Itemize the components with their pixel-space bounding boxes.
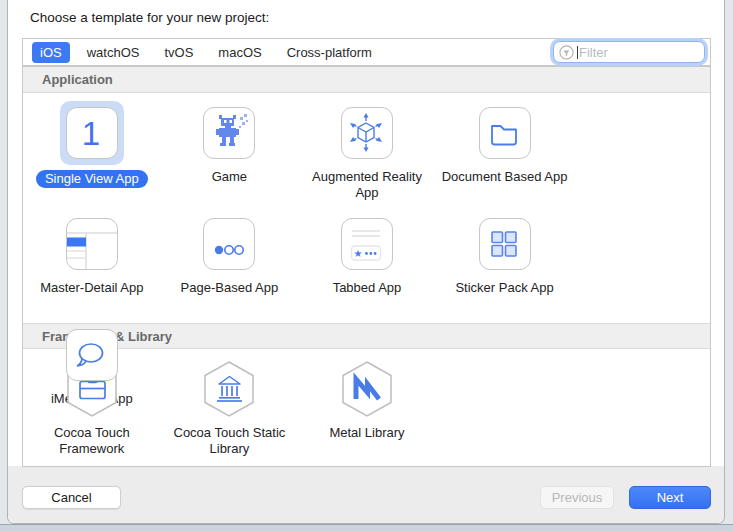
- template-item-label: Master-Detail App: [40, 280, 143, 296]
- section-header-framework-library: Framework & Library: [23, 323, 710, 349]
- template-item-label: Page-Based App: [181, 280, 279, 296]
- template-item-label: Document Based App: [442, 169, 568, 185]
- tab-watchos[interactable]: watchOS: [79, 42, 148, 63]
- dialog-title: Choose a template for your new project:: [30, 10, 269, 25]
- template-item-tabbed-app[interactable]: ★Tabbed App: [298, 212, 436, 323]
- tab-cross-platform[interactable]: Cross-platform: [279, 42, 380, 63]
- template-item-label: Cocoa Touch Framework: [29, 425, 155, 457]
- template-grid: Cocoa Touch FrameworkCocoa Touch Static …: [23, 349, 710, 467]
- imessage-icon: [60, 323, 124, 387]
- template-item-cocoa-touch-static-library[interactable]: Cocoa Touch Static Library: [161, 357, 299, 467]
- template-item-label: Sticker Pack App: [455, 280, 553, 296]
- template-item-document-based-app[interactable]: Document Based App: [436, 101, 574, 212]
- tabbed-app-icon: ★: [335, 212, 399, 276]
- template-chooser: Application1Single View AppGameAugmented…: [22, 66, 711, 467]
- cocoa-touch-static-library-icon: [197, 357, 261, 421]
- game-icon: [197, 101, 261, 165]
- previous-button[interactable]: Previous: [540, 486, 614, 509]
- section-header-application: Application: [23, 67, 710, 93]
- metal-library-icon: [335, 357, 399, 421]
- template-item-metal-library[interactable]: Metal Library: [298, 357, 436, 467]
- template-item-sticker-pack-app[interactable]: Sticker Pack App: [436, 212, 574, 323]
- template-item-label: Cocoa Touch Static Library: [166, 425, 292, 457]
- template-grid: 1Single View AppGameAugmented Reality Ap…: [23, 93, 710, 323]
- template-item-single-view-app[interactable]: 1Single View App: [23, 101, 161, 212]
- filter-input[interactable]: [578, 45, 699, 60]
- tab-tvos[interactable]: tvOS: [156, 42, 201, 63]
- single-view-app-icon: 1: [60, 101, 124, 165]
- filter-icon: [559, 45, 574, 60]
- filter-field[interactable]: [553, 41, 705, 63]
- window-bottom-edge: [0, 524, 733, 531]
- template-item-label: Game: [212, 169, 247, 185]
- master-detail-icon: [60, 212, 124, 276]
- xcode-new-project-dialog: Choose a template for your new project: …: [0, 0, 733, 531]
- template-item-label: Single View App: [36, 170, 148, 188]
- template-item-page-based-app[interactable]: Page-Based App: [161, 212, 299, 323]
- svg-text:1: 1: [82, 115, 100, 152]
- template-item-master-detail-app[interactable]: Master-Detail App: [23, 212, 161, 323]
- augmented-reality-icon: [335, 101, 399, 165]
- template-item-game[interactable]: Game: [161, 101, 299, 212]
- tab-macos[interactable]: macOS: [210, 42, 269, 63]
- sticker-pack-icon: [473, 212, 537, 276]
- template-item-label: Tabbed App: [333, 280, 402, 296]
- document-based-icon: [473, 101, 537, 165]
- page-based-icon: [197, 212, 261, 276]
- template-item-label: Augmented Reality App: [304, 169, 430, 201]
- platform-tabbar: iOSwatchOStvOSmacOSCross-platform: [22, 38, 711, 66]
- cancel-button[interactable]: Cancel: [22, 486, 121, 509]
- svg-text:★: ★: [354, 247, 363, 258]
- template-item-augmented-reality-app[interactable]: Augmented Reality App: [298, 101, 436, 212]
- tab-ios[interactable]: iOS: [32, 42, 70, 63]
- template-item-label: Metal Library: [329, 425, 404, 441]
- next-button[interactable]: Next: [629, 486, 711, 509]
